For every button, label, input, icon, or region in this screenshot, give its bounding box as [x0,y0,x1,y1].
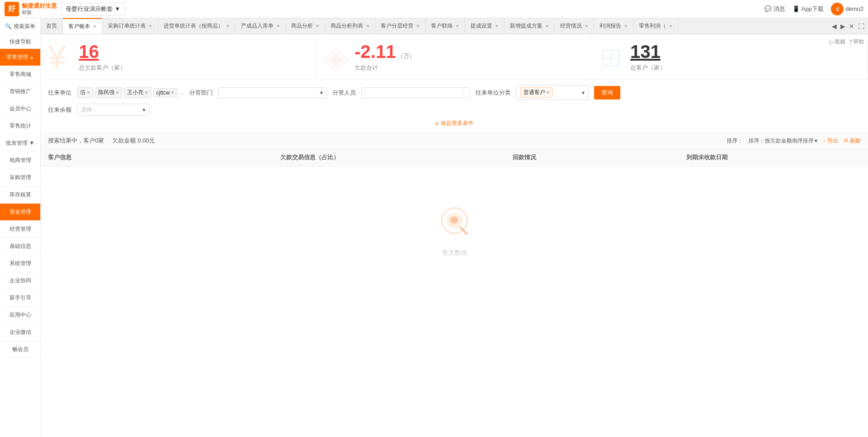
close-icon[interactable]: ✕ [366,24,369,28]
person-filter-select[interactable]: ··· [361,87,470,98]
tab-goods-analysis[interactable]: 商品分析 ✕ [286,18,325,34]
sidebar-item-system[interactable]: 系统管理 [0,255,40,272]
sidebar-search[interactable]: 🔍 搜索菜单 [0,18,40,35]
tab-customer-segment[interactable]: 客户分层经营 ✕ [375,18,426,34]
unit-type-value: 普通客户 [523,89,545,96]
chevron-up-icon: ∧ [435,120,439,127]
tab-home[interactable]: 首页 [41,18,63,34]
sidebar-quick-nav[interactable]: 快捷导航 [0,35,40,49]
remove-tag-wu[interactable]: ✕ [86,90,90,95]
close-icon[interactable]: ✕ [456,24,459,28]
sidebar-item-marketing[interactable]: 营销推广 [0,83,40,100]
chevron-down-icon: ▾ [320,90,323,96]
search-button[interactable]: 查询 [594,86,620,100]
remove-tag-cjttcw[interactable]: ✕ [171,90,174,95]
sidebar-item-fund[interactable]: 资金管理 [0,204,40,221]
unit-type-select[interactable]: 普通客户 ✕ ▾ [516,85,589,100]
enterprise-selector[interactable]: 母婴行业演示帐套 ▼ [61,3,125,15]
sidebar-item-purchase[interactable]: 采购管理 [0,169,40,186]
refresh-btn[interactable]: ↺ 刷新 [844,137,861,145]
close-icon[interactable]: ✕ [226,24,230,28]
sidebar-item-member[interactable]: 会员中心 [0,100,40,118]
app-download-btn[interactable]: 📱 App下载 [792,5,824,13]
message-btn[interactable]: 💬 消息 [764,5,785,13]
close-icon[interactable]: ✕ [416,24,420,28]
sidebar-item-retail-stats[interactable]: 零售统计 [0,118,40,135]
help-btn[interactable]: ? 帮助 [849,38,864,46]
tab-profit-report[interactable]: 利润报告 ✕ [594,18,633,34]
sidebar-item-label: 采购管理 [10,174,31,180]
stat-value-total[interactable]: 131 [630,42,666,62]
sort-value: 排序：按欠款金额倒序排序 [748,137,814,145]
tab-retail-profit[interactable]: 零售利润（ ✕ [633,18,678,34]
tab-customer-account[interactable]: 客户账本 ✕ [63,18,102,34]
sidebar-item-operation[interactable]: 经营管理 [0,221,40,238]
close-icon[interactable]: ✕ [93,24,96,29]
tab-new-improvement[interactable]: 新增提成方案 ✕ [504,18,555,34]
close-icon[interactable]: ✕ [149,24,152,28]
close-icon[interactable]: ✕ [624,24,628,28]
sidebar-item-basic-info[interactable]: 基础信息 [0,238,40,255]
sidebar-item-wholesale[interactable]: 批发管理 ▼ [0,135,40,152]
sidebar-item-label: 新手引导 [10,294,31,301]
tab-label: 新增提成方案 [510,22,542,30]
close-icon[interactable]: ✕ [545,24,549,28]
tab-label: 进货单统计表（按商品） [163,22,223,30]
sidebar-item-retail-mgmt[interactable]: 零售管理 ▲ [0,49,40,66]
tab-product-stock[interactable]: 产成品入库单 ✕ [235,18,286,34]
stat-value-customers[interactable]: 16 [79,42,126,62]
tab-label: 客户账本 [68,23,90,30]
close-icon[interactable]: ✕ [276,24,280,28]
filter-more-btn[interactable]: ... [179,90,184,96]
result-bar: 搜索结果中，客户0家 欠款金额 0.00元 排序： 排序：按欠款金额倒序排序 ▾… [41,133,868,149]
sidebar-item-label: 库存核算 [10,191,31,198]
export-btn[interactable]: ↑ 导出 [823,137,838,145]
empty-icon [434,203,475,243]
balance-select[interactable]: 选择... ▾ [77,104,149,116]
sidebar-item-inventory[interactable]: 库存核算 [0,186,40,204]
stat-value-amount: -2.11 [355,42,396,62]
remove-tag-chen[interactable]: ✕ [115,90,119,95]
tab-purchase-order-stats[interactable]: 采购订单统计表 ✕ [102,18,158,34]
sidebar-item-enterprise-wechat[interactable]: 企业微信 [0,324,40,341]
sidebar-item-retail-mall[interactable]: 零售商城 [0,66,40,83]
remove-tag-wang[interactable]: ✕ [144,90,148,95]
user-area[interactable]: d demo2 [831,3,863,15]
close-icon[interactable]: ✕ [495,24,499,28]
sidebar-item-app-center[interactable]: 应用中心 [0,307,40,324]
tab-close-all-btn[interactable]: ✕ [848,22,855,31]
tab-customer-contact[interactable]: 客户联络 ✕ [426,18,465,34]
sidebar-item-label: 企业微信 [10,329,31,335]
sidebar-item-label: 零售管理 [6,54,28,60]
close-icon[interactable]: ✕ [585,24,588,28]
video-btn[interactable]: ▷ 视频 [830,38,845,46]
refresh-label: 刷新 [850,137,861,145]
filter-tag-wu: 伍 ✕ [77,87,93,98]
collapse-btn[interactable]: ∧ 收起更多条件 [48,119,861,127]
dept-filter-select[interactable]: ··· ▾ [218,87,327,98]
filter-tag-cjttcw: cjttcw ✕ [153,88,177,97]
tab-stock-stats[interactable]: 进货单统计表（按商品） ✕ [158,18,235,34]
table-header: 客户信息 欠款交易信息（占比） 回款情况 到期未收款日期 [41,149,868,166]
close-icon[interactable]: ✕ [316,24,319,28]
tab-scroll-left-btn[interactable]: ◀ [831,22,838,31]
sort-label: 排序： [727,137,743,145]
sidebar-item-new-guide[interactable]: 新手引导 [0,290,40,307]
sidebar-item-ecommerce[interactable]: 电商管理 [0,152,40,169]
unit-type-tag: 普通客户 ✕ [520,87,553,98]
tab-bar: 首页 客户账本 ✕ 采购订单统计表 ✕ 进货单统计表（按商品） ✕ 产成品入库单… [41,18,868,34]
tab-scroll-right-btn[interactable]: ▶ [839,22,846,31]
remove-unit-type[interactable]: ✕ [546,90,550,95]
sort-select[interactable]: 排序：按欠款金额倒序排序 ▾ [748,137,817,145]
sidebar-item-label: 基础信息 [10,243,31,249]
tab-maximize-btn[interactable]: ⛶ [857,22,865,31]
tab-operation-situation[interactable]: 经营情况 ✕ [555,18,594,34]
tab-goods-analysis-list[interactable]: 商品分析列表 ✕ [325,18,375,34]
empty-text: 暂无数据 [442,249,467,257]
sidebar-item-vip[interactable]: 畅会员 [0,341,40,358]
sidebar-item-label: 零售统计 [10,123,31,129]
sidebar-item-enterprise-coop[interactable]: 企业协同 [0,272,40,290]
sidebar-item-label: 企业协同 [10,277,31,284]
close-icon[interactable]: ✕ [669,24,672,28]
tab-improve-settings[interactable]: 提成设置 ✕ [465,18,504,34]
